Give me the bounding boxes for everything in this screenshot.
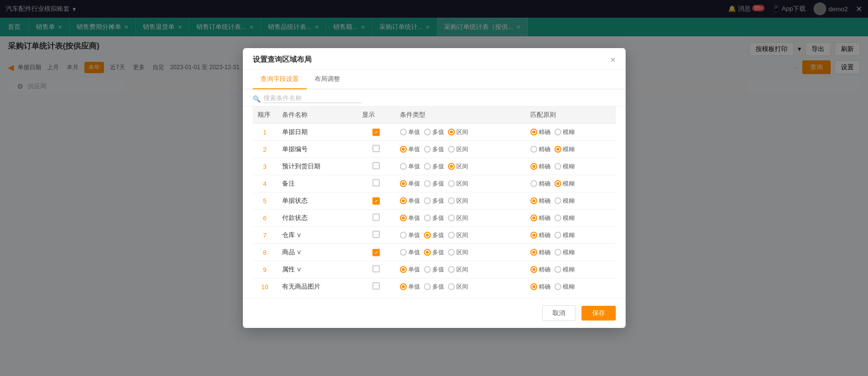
radio-label: 精确: [539, 180, 551, 188]
display-checkbox[interactable]: [372, 231, 380, 238]
display-checkbox[interactable]: [372, 265, 380, 272]
type-radio-单值[interactable]: 单值: [400, 180, 420, 188]
match-radio-模糊[interactable]: 模糊: [554, 162, 575, 171]
radio-circle: [530, 266, 537, 273]
radio-circle: [448, 266, 455, 273]
table-row: 5单据状态✓单值多值区间精确模糊: [253, 192, 616, 210]
type-radio-单值[interactable]: 单值: [400, 283, 420, 291]
table-row: 9属性 ∨单值多值区间精确模糊: [253, 261, 616, 278]
type-radio-区间[interactable]: 区间: [448, 248, 468, 257]
type-radio-区间[interactable]: 区间: [448, 266, 468, 274]
radio-label: 区间: [456, 231, 468, 240]
row-name: 单据日期: [277, 124, 358, 141]
type-radio-区间[interactable]: 区间: [448, 197, 468, 205]
type-radio-区间[interactable]: 区间: [448, 128, 468, 136]
radio-circle: [530, 215, 537, 221]
match-radio-精确[interactable]: 精确: [530, 214, 551, 222]
type-radio-单值[interactable]: 单值: [400, 128, 420, 136]
radio-circle: [400, 129, 407, 135]
display-checkbox[interactable]: ✓: [372, 249, 380, 256]
cancel-btn[interactable]: 取消: [542, 305, 576, 321]
type-radio-区间[interactable]: 区间: [448, 145, 468, 154]
type-radio-单值[interactable]: 单值: [400, 231, 420, 240]
row-display: [357, 278, 395, 294]
match-radio-精确[interactable]: 精确: [530, 162, 551, 171]
match-radio-模糊[interactable]: 模糊: [554, 180, 575, 188]
type-radio-单值[interactable]: 单值: [400, 214, 420, 222]
dialog-footer: 取消 保存: [243, 298, 626, 328]
type-radio-单值[interactable]: 单值: [400, 162, 420, 171]
row-display: [357, 158, 395, 175]
search-input[interactable]: [263, 94, 362, 103]
row-order: 4: [253, 175, 277, 192]
save-btn[interactable]: 保存: [581, 306, 616, 321]
match-radio-模糊[interactable]: 模糊: [554, 266, 575, 274]
radio-circle: [424, 232, 431, 239]
radio-label: 单值: [408, 197, 420, 205]
display-checkbox[interactable]: ✓: [372, 129, 380, 136]
match-radio-模糊[interactable]: 模糊: [554, 128, 575, 136]
match-radio-精确[interactable]: 精确: [530, 283, 551, 291]
row-display: ✓: [357, 244, 395, 261]
match-radio-精确[interactable]: 精确: [530, 128, 551, 136]
dialog-tabs: 查询字段设置布局调整: [243, 70, 626, 89]
radio-label: 单值: [408, 231, 420, 240]
type-radio-多值[interactable]: 多值: [424, 283, 444, 291]
radio-label: 区间: [456, 128, 468, 136]
type-radio-多值[interactable]: 多值: [424, 162, 444, 171]
type-radio-多值[interactable]: 多值: [424, 197, 444, 205]
match-radio-精确[interactable]: 精确: [530, 197, 551, 205]
col-header: 顺序: [253, 107, 277, 124]
display-checkbox[interactable]: ✓: [372, 197, 380, 205]
type-radio-多值[interactable]: 多值: [424, 214, 444, 222]
radio-label: 单值: [408, 145, 420, 154]
radio-circle: [530, 146, 537, 153]
dialog-close-btn[interactable]: ×: [610, 55, 616, 64]
display-checkbox[interactable]: [372, 162, 380, 169]
type-radio-多值[interactable]: 多值: [424, 231, 444, 240]
radio-label: 模糊: [563, 266, 575, 274]
radio-circle: [554, 249, 561, 256]
type-radio-区间[interactable]: 区间: [448, 231, 468, 240]
match-radio-模糊[interactable]: 模糊: [554, 214, 575, 222]
radio-label: 多值: [432, 180, 444, 188]
row-order: 8: [253, 244, 277, 261]
match-radio-模糊[interactable]: 模糊: [554, 197, 575, 205]
table-row: 7仓库 ∨单值多值区间精确模糊: [253, 227, 616, 244]
type-radio-区间[interactable]: 区间: [448, 162, 468, 171]
display-checkbox[interactable]: [372, 179, 380, 187]
radio-label: 多值: [432, 266, 444, 274]
type-radio-多值[interactable]: 多值: [424, 248, 444, 257]
match-radio-精确[interactable]: 精确: [530, 266, 551, 274]
type-radio-单值[interactable]: 单值: [400, 197, 420, 205]
type-radio-区间[interactable]: 区间: [448, 214, 468, 222]
match-radio-模糊[interactable]: 模糊: [554, 248, 575, 257]
type-radio-单值[interactable]: 单值: [400, 248, 420, 257]
type-radio-多值[interactable]: 多值: [424, 145, 444, 154]
match-radio-模糊[interactable]: 模糊: [554, 145, 575, 154]
radio-label: 模糊: [563, 128, 575, 136]
match-radio-精确[interactable]: 精确: [530, 231, 551, 240]
radio-circle: [424, 197, 431, 204]
type-radio-多值[interactable]: 多值: [424, 128, 444, 136]
radio-circle: [530, 163, 537, 170]
display-checkbox[interactable]: [372, 282, 380, 290]
type-radio-多值[interactable]: 多值: [424, 180, 444, 188]
type-radio-单值[interactable]: 单值: [400, 145, 420, 154]
dialog-tab-layout[interactable]: 布局调整: [307, 70, 348, 89]
display-checkbox[interactable]: [372, 214, 380, 221]
type-radio-多值[interactable]: 多值: [424, 266, 444, 274]
dialog-tab-query-fields[interactable]: 查询字段设置: [253, 70, 307, 89]
display-checkbox[interactable]: [372, 145, 380, 152]
radio-circle: [400, 232, 407, 239]
radio-circle: [400, 266, 407, 273]
type-radio-单值[interactable]: 单值: [400, 266, 420, 274]
match-radio-精确[interactable]: 精确: [530, 248, 551, 257]
type-radio-区间[interactable]: 区间: [448, 180, 468, 188]
match-radio-模糊[interactable]: 模糊: [554, 283, 575, 291]
radio-label: 模糊: [563, 283, 575, 291]
match-radio-精确[interactable]: 精确: [530, 145, 551, 154]
type-radio-区间[interactable]: 区间: [448, 283, 468, 291]
match-radio-模糊[interactable]: 模糊: [554, 231, 575, 240]
match-radio-精确[interactable]: 精确: [530, 180, 551, 188]
